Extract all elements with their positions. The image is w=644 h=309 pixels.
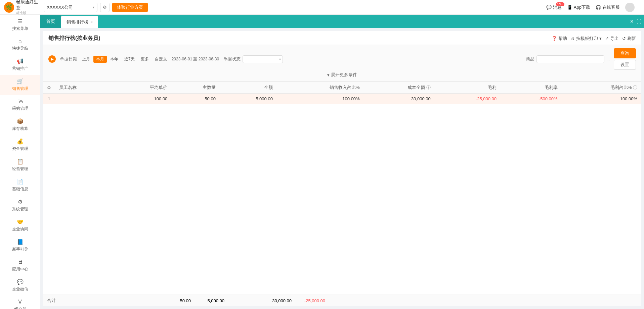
settings-icon-btn[interactable]: ⚙ [100, 3, 110, 12]
help-button[interactable]: ❓ 帮助 [552, 36, 567, 42]
logo-sub: 标准版 [16, 11, 41, 15]
data-table: ⚙ 员工名称 平均单价 主数量 全额 销售收入占比% 成本全额 ⓘ 毛利 毛利率 [43, 82, 641, 104]
tab-bar-right: ✕ ⛶ [630, 15, 644, 28]
sidebar-label-system: 系统管理 [12, 206, 28, 212]
sidebar-item-member[interactable]: V 畅会员 [0, 296, 40, 309]
sidebar-label-purchase: 采购管理 [12, 106, 28, 111]
phone-icon: 📱 [567, 5, 572, 10]
col-profit-rate: 毛利率 [501, 82, 562, 94]
megaphone-icon: 📢 [17, 58, 24, 64]
print-button[interactable]: 🖨 按模板打印 ▾ [570, 36, 602, 42]
page-content: 销售排行榜(按业务员) ❓ 帮助 🖨 按模板打印 ▾ ↗ 导出 [43, 31, 641, 306]
filter-area: ▶ 单据日期 上月 本月 本年 近7天 更多 自定义 2023-06-01 至 … [43, 45, 641, 82]
sidebar-item-sales[interactable]: 🛒 销售管理 [0, 75, 40, 95]
col-profit-pct: 毛利占比% ⓘ [562, 82, 641, 94]
filter-row-1: ▶ 单据日期 上月 本月 本年 近7天 更多 自定义 2023-06-01 至 … [48, 48, 636, 70]
sidebar-label-appcenter: 应用中心 [12, 266, 28, 272]
vip-icon: V [18, 299, 22, 305]
tab-home[interactable]: 首页 [40, 15, 61, 28]
tab-sales-label: 销售排行榜 [67, 19, 88, 25]
filter-collapse-btn[interactable]: ▶ [48, 55, 56, 63]
sidebar-item-appcenter[interactable]: 🖥 应用中心 [0, 256, 40, 275]
profit-pct-info-icon[interactable]: ⓘ [633, 85, 637, 90]
date-tab-thisyear[interactable]: 本年 [108, 56, 121, 63]
tab-close-icon[interactable]: × [90, 20, 93, 24]
filter-goods-item: 商品 ... [526, 55, 610, 63]
cell-qty: 50.00 [171, 94, 220, 104]
tab-sales-ranking[interactable]: 销售排行榜 × [61, 16, 98, 28]
sidebar-item-enterprise[interactable]: 🤝 企业协同 [0, 215, 40, 236]
message-icon: 💬 [546, 5, 552, 10]
home-icon: ⌂ [18, 38, 22, 44]
sidebar-item-search[interactable]: ☰ 搜索菜单 [0, 15, 40, 35]
cart-icon: 🛒 [17, 78, 24, 85]
sidebar-item-wechat[interactable]: 💬 企业微信 [0, 275, 40, 296]
export-button[interactable]: ↗ 导出 [605, 36, 619, 42]
app-download-button[interactable]: 📱 App下载 [567, 4, 590, 10]
sidebar-item-basics[interactable]: 📄 基础信息 [0, 175, 40, 195]
tab-close-all-icon[interactable]: ✕ [630, 19, 634, 24]
refresh-button[interactable]: ↺ 刷新 [622, 36, 636, 42]
goods-more-link[interactable]: ... [606, 57, 610, 61]
date-tabs: 上月 本月 本年 近7天 更多 自定义 [79, 56, 170, 63]
gear-icon: ⚙ [18, 199, 23, 205]
status-select[interactable] [243, 55, 283, 63]
col-gear: ⚙ [43, 82, 55, 94]
cell-cost: 30,000.00 [364, 94, 435, 104]
date-tab-7days[interactable]: 近7天 [122, 56, 137, 63]
tab-expand-icon[interactable]: ⛶ [637, 19, 641, 24]
date-tab-custom[interactable]: 自定义 [152, 56, 170, 63]
sidebar-item-guide[interactable]: 📘 新手引导 [0, 236, 40, 256]
table-header: ⚙ 员工名称 平均单价 主数量 全额 销售收入占比% 成本全额 ⓘ 毛利 毛利率 [43, 82, 641, 94]
trial-button[interactable]: 体验行业方案 [112, 3, 148, 12]
export-icon: ↗ [605, 36, 609, 41]
refresh-icon: ↺ [622, 36, 626, 41]
table-footer: 合计 50.00 5,000.00 30,000.00 -25,000.00 [43, 295, 641, 306]
sidebar-label-shortcuts: 快捷导航 [12, 46, 28, 51]
expand-more-row[interactable]: ▾ 展开更多条件 [48, 70, 636, 78]
refresh-label: 刷新 [627, 36, 636, 42]
search-menu-icon: ☰ [18, 18, 23, 24]
content-area: 首页 销售排行榜 × ✕ ⛶ 销售排行榜(按业务员) ❓ 帮助 [40, 15, 644, 309]
sidebar-item-operations[interactable]: 📋 经营管理 [0, 155, 40, 175]
sidebar-item-purchase[interactable]: 🛍 采购管理 [0, 95, 40, 115]
cell-profit-pct: 100.00% [562, 94, 641, 104]
top-bar: 🌿 畅康通好生意 标准版 XXXXXX公司 ▾ ⚙ 体验行业方案 💬 消息 99… [0, 0, 644, 15]
cell-name [55, 94, 113, 104]
logo: 🌿 畅康通好生意 标准版 [4, 0, 41, 15]
message-button[interactable]: 💬 消息 99+ [546, 4, 562, 10]
date-label: 单据日期 [60, 56, 77, 62]
goods-input[interactable] [536, 55, 604, 63]
top-bar-right: 💬 消息 99+ 📱 App下载 🎧 在线客服 [546, 3, 640, 12]
headset-icon: 🎧 [596, 5, 601, 10]
date-tab-thismonth[interactable]: 本月 [93, 56, 107, 63]
chevron-down-icon: ▾ [93, 5, 94, 9]
tab-bar: 首页 销售排行榜 × ✕ ⛶ [40, 15, 644, 28]
doc-icon: 📄 [17, 178, 24, 185]
sidebar-label-basics: 基础信息 [12, 186, 28, 192]
cost-info-icon[interactable]: ⓘ [426, 85, 431, 90]
book-icon: 📘 [17, 239, 24, 245]
table-body: 1 100.00 50.00 5,000.00 100.00% 30,000.0… [43, 94, 641, 104]
cell-rank: 1 [43, 94, 55, 104]
col-name: 员工名称 [55, 82, 113, 94]
col-sales-pct: 销售收入占比% [277, 82, 364, 94]
main-layout: ☰ 搜索菜单 ⌂ 快捷导航 📢 营销推广 🛒 销售管理 🛍 采购管理 📦 库存核… [0, 15, 644, 309]
sidebar-item-shortcuts[interactable]: ⌂ 快捷导航 [0, 35, 40, 55]
print-label: 按模板打印 [576, 36, 598, 42]
online-service-button[interactable]: 🎧 在线客服 [596, 4, 620, 10]
cell-amount: 5,000.00 [220, 94, 277, 104]
date-tab-more[interactable]: 更多 [138, 56, 152, 63]
shopping-icon: 🛍 [17, 98, 23, 104]
sidebar-item-finance[interactable]: 💰 资金管理 [0, 135, 40, 155]
date-tab-lastmonth[interactable]: 上月 [79, 56, 93, 63]
company-selector[interactable]: XXXXXX公司 ▾ [44, 3, 97, 12]
sidebar-item-inventory[interactable]: 📦 库存核算 [0, 115, 40, 135]
sidebar-item-system[interactable]: ⚙ 系统管理 [0, 195, 40, 215]
filter-settings-button[interactable]: 设置 [614, 60, 636, 70]
query-button[interactable]: 查询 [614, 48, 636, 58]
avatar[interactable] [625, 3, 635, 12]
company-name: XXXXXX公司 [47, 4, 91, 10]
sidebar-item-marketing[interactable]: 📢 营销推广 [0, 55, 40, 75]
sidebar-label-finance: 资金管理 [12, 146, 28, 152]
